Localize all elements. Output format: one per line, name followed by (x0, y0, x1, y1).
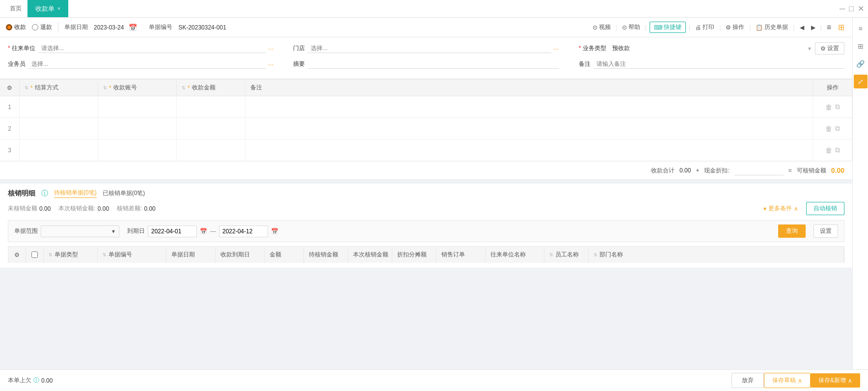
radio-refund[interactable]: 退款 (32, 23, 52, 31)
more-conditions-btn[interactable]: ▾ 更多条件 ∧ (763, 204, 798, 213)
unverified-label: 未核销金额 (8, 204, 37, 213)
diff-stat: 核销差额: 0.00 (117, 204, 156, 213)
range-select[interactable]: ▾ (41, 225, 119, 237)
calendar-icon[interactable]: 📅 (129, 24, 137, 31)
biz-type-field: 业务类型 预收款 ▾ ⚙ 设置 (579, 42, 844, 55)
verify-done-tab[interactable]: 已核销单据(0笔) (103, 189, 145, 197)
nav-next-btn[interactable]: ▶ (809, 23, 817, 32)
row-2-ops: 🗑 ⧉ (813, 118, 852, 139)
auto-verify-btn[interactable]: 自动核销 (806, 202, 844, 215)
due-date-field: 到期日 📅 — 📅 (127, 225, 278, 237)
row-1-copy-btn[interactable]: ⧉ (835, 103, 840, 111)
shortcut-btn[interactable]: ⌨ 快捷键 (650, 22, 686, 33)
date-to-input[interactable] (219, 225, 268, 237)
window-minimize-btn[interactable]: ─ (840, 4, 845, 13)
store-more-btn[interactable]: ··· (553, 45, 559, 53)
row-2-account[interactable] (98, 118, 177, 139)
current-verify-stat: 本次核销金额: 0.00 (58, 204, 109, 213)
row-2-amount[interactable] (177, 118, 245, 139)
biz-type-dropdown-icon[interactable]: ▾ (808, 45, 811, 52)
diff-label: 核销差额: (117, 204, 142, 213)
history-btn[interactable]: 📋 历史单据 (754, 22, 790, 32)
table-header: ⚙ ⇅ * 结算方式 ⇅ * 收款账号 ⇅ * 收款金额 备注 操作 (0, 79, 852, 96)
detail-col-verify: 本次核销金额 (348, 247, 392, 263)
row-2-copy-btn[interactable]: ⧉ (835, 124, 840, 133)
calendar-from-icon[interactable]: 📅 (200, 228, 207, 235)
row-3-copy-btn[interactable]: ⧉ (835, 146, 840, 154)
row-1-settlement[interactable] (20, 96, 98, 117)
row-1-amount[interactable] (177, 96, 245, 117)
row-1-account[interactable] (98, 96, 177, 117)
detail-col-pending: 待核销金额 (304, 247, 348, 263)
row-3-delete-btn[interactable]: 🗑 (825, 146, 832, 154)
filter-settings-btn[interactable]: 设置 (814, 224, 838, 238)
verify-info-icon[interactable]: ⓘ (41, 189, 48, 198)
video-btn[interactable]: ⊙ 视频 (591, 22, 613, 32)
summary-input[interactable] (308, 59, 559, 69)
row-3-account[interactable] (98, 140, 177, 161)
radio-receive[interactable]: 收款 (6, 23, 26, 31)
nav-home[interactable]: 首页 (4, 0, 27, 17)
row-3-remark[interactable] (245, 140, 813, 161)
partner-more-btn[interactable]: ··· (268, 45, 274, 53)
row-2-delete-btn[interactable]: 🗑 (825, 125, 832, 133)
sidebar-btn-4[interactable]: ⤢ (854, 75, 868, 88)
calendar-to-icon[interactable]: 📅 (271, 228, 278, 235)
detail-col-num: ⇅ 单据编号 (98, 247, 166, 263)
view-grid-btn[interactable]: ⊞ (836, 22, 846, 33)
row-1-remark[interactable] (245, 96, 813, 117)
verify-stats-row: 未核销金额 0.00 本次核销金额: 0.00 核销差额: 0.00 ▾ 更多条… (8, 202, 844, 215)
check-all-checkbox[interactable] (31, 251, 38, 258)
staff-field: 业务员 ··· (8, 59, 273, 69)
row-3-amount[interactable] (177, 140, 245, 161)
store-input[interactable] (308, 44, 551, 53)
table-row: 3 🗑 ⧉ (0, 140, 852, 161)
nav-tab-receipt[interactable]: 收款单 × (27, 0, 68, 17)
nav-tab-close[interactable]: × (57, 6, 60, 11)
range-field: 单据范围 ▾ (14, 225, 119, 237)
num-value: SK-20230324-001 (178, 24, 226, 31)
sidebar-btn-1[interactable]: ≡ (854, 22, 868, 35)
date-label: 单据日期 (64, 23, 88, 31)
ops-btn[interactable]: ⚙ 操作 (724, 22, 746, 32)
staff-more-btn[interactable]: ··· (268, 60, 274, 68)
sidebar-btn-3[interactable]: 🔗 (854, 57, 868, 71)
form-row-1: 往来单位 ··· 门店 ··· 业务类型 预收款 ▾ ⚙ 设置 (8, 42, 844, 55)
verify-title: 核销明细 (8, 189, 35, 198)
discount-label: 现金折扣: (704, 167, 729, 175)
staff-input[interactable] (28, 59, 266, 69)
sidebar-btn-2[interactable]: ⊞ (854, 39, 868, 53)
detail-check-all[interactable] (26, 247, 44, 263)
memo-input[interactable] (594, 59, 844, 69)
query-btn[interactable]: 查询 (778, 224, 806, 238)
nav-prev-btn[interactable]: ◀ (798, 23, 806, 32)
row-2-remark[interactable] (245, 118, 813, 139)
verify-pending-tab[interactable]: 待核销单据(0笔) (54, 189, 97, 198)
date-from-input[interactable] (148, 225, 197, 237)
table-settings-icon[interactable]: ⚙ (0, 80, 20, 96)
unverified-stat: 未核销金额 0.00 (8, 204, 51, 213)
detail-col-date: 单据日期 (166, 247, 216, 263)
summary-label: 摘要 (293, 60, 305, 68)
history-icon: 📋 (756, 24, 763, 31)
discount-input[interactable] (734, 166, 784, 175)
window-maximize-btn[interactable]: □ (849, 4, 854, 13)
row-3-settlement[interactable] (20, 140, 98, 161)
print-btn[interactable]: 🖨 打印 (693, 22, 716, 32)
equals-sign: = (788, 167, 792, 174)
staff-label: 业务员 (8, 60, 26, 68)
window-close-btn[interactable]: ✕ (858, 4, 864, 13)
verify-title-row: 核销明细 ⓘ 待核销单据(0笔) 已核销单据(0笔) (8, 189, 844, 198)
num-field: 单据编号 SK-20230324-001 (149, 23, 226, 31)
row-1-delete-btn[interactable]: 🗑 (825, 103, 832, 111)
store-field: 门店 ··· (293, 44, 559, 53)
settings-btn[interactable]: ⚙ 设置 (815, 42, 844, 55)
partner-input[interactable] (38, 44, 266, 53)
detail-settings-icon[interactable]: ⚙ (8, 247, 26, 263)
print-icon: 🖨 (695, 24, 701, 31)
row-2-settlement[interactable] (20, 118, 98, 139)
help-btn[interactable]: ⊙ 帮助 (620, 22, 642, 32)
summary-row: 收款合计 0.00 + 现金折扣: = 可核销金额 0.00 (0, 161, 852, 180)
view-list-btn[interactable]: ≡ (825, 22, 833, 33)
receipt-type-group: 收款 退款 (6, 23, 52, 31)
